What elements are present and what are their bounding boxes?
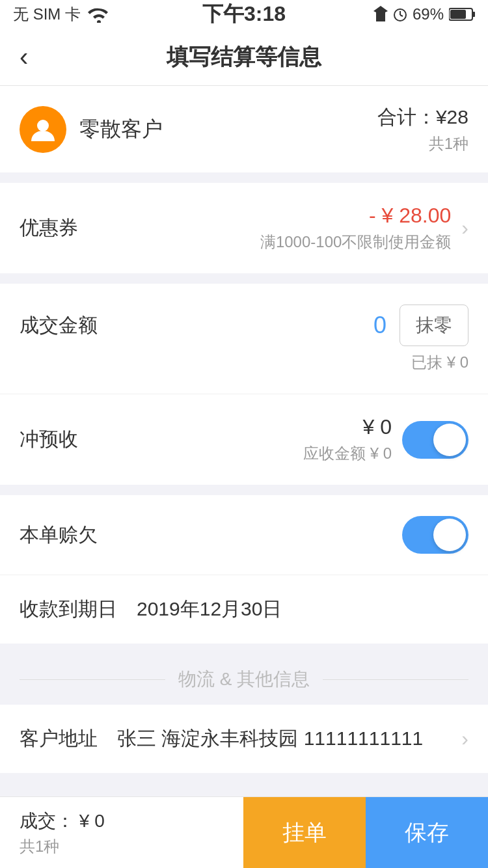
status-left: 无 SIM 卡: [13, 4, 111, 25]
transaction-amount-input[interactable]: 0: [334, 312, 386, 339]
bottom-deal-value: ¥ 0: [79, 811, 105, 831]
bottom-deal-amount: 成交： ¥ 0: [20, 809, 224, 834]
toggle-knob: [433, 424, 466, 456]
wifi-icon: [87, 6, 111, 23]
bottom-bar: 成交： ¥ 0 共1种 挂单 保存: [0, 796, 488, 868]
customer-avatar: [20, 106, 66, 153]
coupon-section[interactable]: 优惠券 - ¥ 28.00 满1000-100不限制使用金额 ›: [0, 183, 488, 273]
customer-total-area: 合计：¥28 共1种: [377, 104, 468, 154]
bottom-deal-label: 成交：: [20, 811, 74, 831]
location-icon: [373, 6, 388, 23]
customer-section: 零散客户 合计：¥28 共1种: [0, 86, 488, 172]
prepaid-row: 冲预收 ¥ 0 应收金额 ¥ 0: [0, 394, 488, 485]
customer-name: 零散客户: [79, 115, 163, 144]
address-label: 客户地址: [20, 726, 98, 752]
total-amount: 合计：¥28: [377, 104, 468, 131]
debt-row: 本单赊欠: [0, 495, 488, 575]
address-section[interactable]: 客户地址 张三 海淀永丰科技园 11111111111 ›: [0, 705, 488, 773]
battery-icon: [449, 7, 475, 21]
sim-status: 无 SIM 卡: [13, 4, 81, 25]
logistics-header: 物流 & 其他信息: [0, 654, 488, 705]
due-date-value: 2019年12月30日: [137, 596, 282, 623]
due-date-label: 收款到期日: [20, 596, 117, 623]
coupon-desc: 满1000-100不限制使用金额: [260, 232, 451, 252]
alarm-icon: [393, 6, 407, 23]
battery-percent: 69%: [413, 5, 444, 23]
transaction-row: 成交金额 0 抹零 已抹 ¥ 0: [0, 284, 488, 394]
svg-point-6: [37, 120, 49, 131]
transaction-section: 成交金额 0 抹零 已抹 ¥ 0 冲预收 ¥ 0 应收金额 ¥ 0: [0, 284, 488, 485]
debt-section: 本单赊欠 收款到期日 2019年12月30日: [0, 495, 488, 644]
address-chevron: ›: [461, 727, 468, 751]
coupon-value-wrap: - ¥ 28.00 满1000-100不限制使用金额: [260, 204, 451, 252]
customer-left: 零散客户: [20, 106, 163, 153]
bottom-count: 共1种: [20, 836, 224, 857]
save-button[interactable]: 保存: [366, 797, 488, 869]
coupon-chevron: ›: [461, 216, 468, 240]
coupon-row[interactable]: 优惠券 - ¥ 28.00 满1000-100不限制使用金额 ›: [0, 183, 488, 273]
bottom-info: 成交： ¥ 0 共1种: [0, 809, 243, 857]
coupon-amount: - ¥ 28.00: [260, 204, 451, 228]
prepaid-values: ¥ 0 应收金额 ¥ 0: [303, 415, 392, 464]
prepaid-amount: ¥ 0: [303, 415, 392, 439]
logistics-line-right: [323, 679, 468, 680]
total-count: 共1种: [377, 133, 468, 154]
address-row[interactable]: 客户地址 张三 海淀永丰科技园 11111111111 ›: [0, 705, 488, 773]
back-button[interactable]: ‹: [20, 42, 28, 72]
debt-label: 本单赊欠: [20, 522, 98, 549]
due-date-row: 收款到期日 2019年12月30日: [0, 575, 488, 644]
svg-rect-5: [450, 10, 466, 19]
svg-rect-4: [472, 12, 475, 17]
debt-toggle[interactable]: [402, 516, 468, 554]
content-area: 零散客户 合计：¥28 共1种 优惠券 - ¥ 28.00 满1000-100不…: [0, 86, 488, 855]
status-right: 69%: [373, 5, 475, 23]
debt-toggle-knob: [433, 519, 466, 551]
nav-bar: ‹ 填写结算等信息: [0, 29, 488, 86]
status-bar: 无 SIM 卡 下午3:18 69%: [0, 0, 488, 29]
transaction-label: 成交金额: [20, 312, 98, 339]
nav-title: 填写结算等信息: [167, 42, 321, 72]
already-rounded: 已抹 ¥ 0: [411, 353, 468, 371]
svg-line-2: [400, 15, 403, 16]
coupon-label: 优惠券: [20, 215, 78, 241]
customer-row: 零散客户 合计：¥28 共1种: [0, 86, 488, 172]
coupon-right: - ¥ 28.00 满1000-100不限制使用金额 ›: [260, 204, 468, 252]
prepaid-right-area: ¥ 0 应收金额 ¥ 0: [303, 415, 468, 464]
prepaid-label: 冲预收: [20, 426, 78, 453]
status-time: 下午3:18: [202, 0, 286, 29]
address-value: 张三 海淀永丰科技园 11111111111: [117, 726, 461, 752]
hang-button[interactable]: 挂单: [243, 797, 366, 869]
logistics-line-left: [20, 679, 165, 680]
prepaid-receivable: 应收金额 ¥ 0: [303, 443, 392, 464]
logistics-title: 物流 & 其他信息: [178, 667, 310, 692]
round-off-button[interactable]: 抹零: [400, 305, 468, 346]
prepaid-toggle[interactable]: [402, 421, 468, 459]
